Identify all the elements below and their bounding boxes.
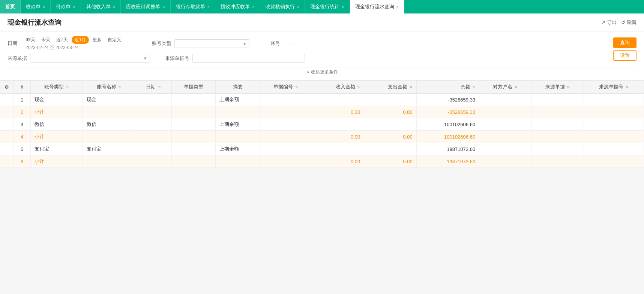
filter-row-1: 日期 昨天 今天 近7天 近1月 更多 自定义 2023-02-24 至 202…	[8, 36, 613, 51]
nav-tab-cash-stat-close[interactable]: ×	[342, 4, 344, 9]
nav-tab-other-income-close[interactable]: ×	[113, 4, 115, 9]
cell-income: 0.00	[312, 155, 364, 168]
nav-tab-bank-deposit-close[interactable]: ×	[207, 4, 210, 9]
nav-tab-payment[interactable]: 付款单 ×	[51, 0, 81, 13]
date-btn-more[interactable]: 更多	[90, 36, 104, 44]
account-ellipsis[interactable]: ...	[288, 40, 293, 47]
nav-tab-payment-close[interactable]: ×	[73, 4, 75, 9]
cell-date	[135, 118, 171, 131]
nav-tab-cash-flow[interactable]: 现金银行流水查询 ×	[350, 0, 404, 13]
nav-tab-other-income[interactable]: 其他收入单 ×	[81, 0, 121, 13]
cell-date	[135, 143, 171, 155]
sort-icon-account-type[interactable]: ⇅	[66, 85, 69, 89]
export-icon: ↗	[601, 19, 605, 25]
source-doc-label: 来源单据	[8, 55, 27, 62]
cell-summary	[216, 106, 260, 118]
col-doc-no: 单据编号 ⇅	[260, 81, 312, 94]
export-button[interactable]: ↗ 导出	[601, 19, 617, 26]
source-doc-no-label: 来源单据号	[165, 55, 189, 62]
sort-icon-source-doc[interactable]: ⇅	[567, 85, 570, 89]
cell-account-name: 微信	[83, 118, 135, 131]
date-btn-yesterday[interactable]: 昨天	[24, 36, 38, 44]
sort-icon-expense[interactable]: ⇅	[410, 85, 413, 89]
sort-icon-date[interactable]: ⇅	[158, 85, 161, 89]
cell-num: 2	[14, 106, 30, 118]
cell-income	[312, 94, 364, 106]
nav-tab-cash-flow-close[interactable]: ×	[396, 4, 399, 9]
cell-doc-no	[260, 131, 312, 143]
cell-account-name: 现金	[83, 94, 135, 106]
col-expense: 支出金额 ⇅	[364, 81, 416, 94]
cell-account-name	[83, 155, 135, 168]
account-filter-group: 账号 ...	[270, 40, 293, 47]
nav-tab-writeoff[interactable]: 收款核销执行 ×	[260, 0, 305, 13]
collapse-bar[interactable]: ∧ 收起更多条件	[8, 67, 636, 77]
nav-tab-adjustment-close[interactable]: ×	[162, 4, 165, 9]
cell-date	[135, 131, 171, 143]
col-num: #	[14, 81, 30, 94]
account-type-filter-group: 账号类型 ▾	[152, 39, 249, 48]
table-row[interactable]: 2 小计 0.00 0.00 -3528659.33	[0, 106, 644, 118]
cell-expense: 0.00	[364, 131, 416, 143]
date-filter-group: 日期 昨天 今天 近7天 近1月 更多 自定义 2023-02-24 至 202…	[8, 36, 123, 51]
nav-tab-home[interactable]: 首页	[0, 0, 21, 13]
nav-tab-bank-deposit[interactable]: 银行存取款单 ×	[171, 0, 215, 13]
table-row[interactable]: 6 小计 0.00 0.00 19871073.60	[0, 155, 644, 168]
date-options: 昨天 今天 近7天 近1月 更多 自定义	[24, 36, 123, 44]
cell-account-name: 支付宝	[83, 143, 135, 155]
cell-account-type: 现金	[30, 94, 83, 106]
sort-icon-account-name[interactable]: ⇅	[118, 85, 121, 89]
cell-doc-type	[171, 131, 215, 143]
date-btn-1month[interactable]: 近1月	[72, 36, 89, 44]
cell-balance: 100102606.60	[416, 118, 479, 131]
page-title: 现金银行流水查询	[8, 18, 62, 27]
cell-doc-type	[171, 94, 215, 106]
nav-tab-cash-flow-label: 现金银行流水查询	[355, 3, 394, 10]
sort-icon-balance[interactable]: ⇅	[472, 85, 475, 89]
cell-gear	[0, 106, 14, 118]
cell-expense: 0.00	[364, 106, 416, 118]
nav-tab-adjustment[interactable]: 应收应付调整单 ×	[121, 0, 170, 13]
cell-source-doc-no	[584, 94, 644, 106]
cell-counterpart	[479, 155, 531, 168]
date-btn-7days[interactable]: 近7天	[54, 36, 70, 44]
refresh-button[interactable]: ↺ 刷新	[621, 19, 636, 26]
query-button[interactable]: 查询	[613, 37, 636, 48]
source-doc-filter-group: 来源单据 ▾	[8, 54, 150, 63]
table-row[interactable]: 4 小计 0.00 0.00 100102606.60	[0, 131, 644, 143]
cell-source-doc-no	[584, 118, 644, 131]
col-account-type: 账号类型 ⇅	[30, 81, 83, 94]
source-doc-no-input[interactable]	[192, 54, 305, 63]
cell-summary: 上期余额	[216, 94, 260, 106]
cell-source-doc	[531, 155, 584, 168]
cell-num: 3	[14, 118, 30, 131]
cell-counterpart	[479, 118, 531, 131]
col-gear[interactable]: ⚙	[0, 81, 14, 94]
sort-icon-doc-no[interactable]: ⇅	[295, 85, 298, 89]
table-row[interactable]: 5 支付宝 支付宝 上期余额 19871073.60	[0, 143, 644, 155]
nav-tab-adjustment-label: 应收应付调整单	[126, 3, 160, 10]
settings-button[interactable]: 设置	[613, 50, 636, 61]
sort-icon-counterpart[interactable]: ⇅	[515, 85, 518, 89]
cell-summary: 上期余额	[216, 118, 260, 131]
nav-tab-cash-stat[interactable]: 现金银行统计 ×	[305, 0, 350, 13]
nav-tab-receipt[interactable]: 收款单 ×	[21, 0, 51, 13]
nav-tab-receipt-close[interactable]: ×	[43, 4, 45, 9]
date-block: 昨天 今天 近7天 近1月 更多 自定义 2023-02-24 至 2023-0…	[24, 36, 123, 51]
date-btn-custom[interactable]: 自定义	[105, 36, 123, 44]
table-row[interactable]: 3 微信 微信 上期余额 100102606.60	[0, 118, 644, 131]
table-row[interactable]: 1 现金 现金 上期余额 -3528659.33	[0, 94, 644, 106]
data-table: ⚙ # 账号类型 ⇅ 账号名称 ⇅ 日期 ⇅ 单据类型 摘要 单据编号	[0, 80, 644, 168]
date-btn-today[interactable]: 今天	[39, 36, 53, 44]
sort-icon-source-doc-no[interactable]: ⇅	[626, 85, 629, 89]
cell-source-doc-no	[584, 131, 644, 143]
source-doc-select[interactable]: ▾	[30, 54, 150, 63]
nav-tab-prepay[interactable]: 预收冲应收单 ×	[215, 0, 260, 13]
account-type-select[interactable]: ▾	[174, 39, 249, 48]
nav-tab-prepay-close[interactable]: ×	[252, 4, 254, 9]
sort-icon-income[interactable]: ⇅	[357, 85, 360, 89]
cell-summary	[216, 155, 260, 168]
cell-num: 6	[14, 155, 30, 168]
cell-source-doc-no	[584, 155, 644, 168]
nav-tab-writeoff-close[interactable]: ×	[297, 4, 299, 9]
